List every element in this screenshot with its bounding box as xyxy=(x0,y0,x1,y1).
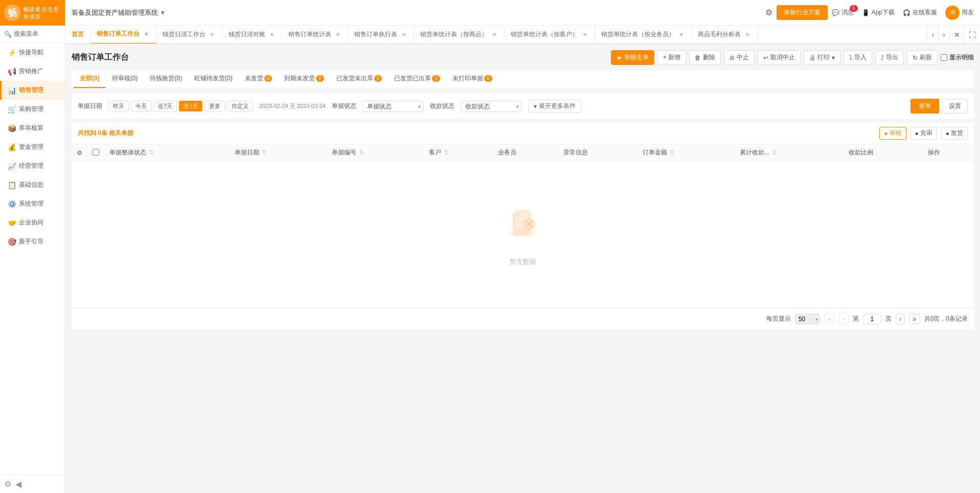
sidebar-item-quicknav[interactable]: ⚡ 快捷导航 xyxy=(0,43,65,62)
tab-close-profit[interactable]: ✕ xyxy=(744,31,751,38)
tab-profit-analysis[interactable]: 商品毛利分析表 ✕ xyxy=(692,26,758,44)
tab-sales-summary-product[interactable]: 销货单统计表（按商品） ✕ xyxy=(414,26,505,44)
tab-close-product[interactable]: ✕ xyxy=(491,31,498,38)
page-size-select[interactable]: 50 10 20 100 xyxy=(795,314,820,324)
suspend-button[interactable]: ⊘ 中止 xyxy=(724,50,755,65)
col-status[interactable]: 单据整体状态 ⇅ xyxy=(104,144,230,162)
app-download-item[interactable]: 📱 App下载 xyxy=(862,8,895,17)
sort-number-icon[interactable]: ⇅ xyxy=(359,149,364,156)
cancel-suspend-button[interactable]: ↩ 取消中止 xyxy=(758,50,801,65)
date-btn-custom[interactable]: 自定义 xyxy=(227,101,253,111)
sidebar-item-guide[interactable]: 🎯 新手引导 xyxy=(0,232,65,251)
col-number[interactable]: 单据编号 ⇅ xyxy=(327,144,424,162)
status-select[interactable]: 单据状态 xyxy=(362,101,424,112)
first-page-button[interactable]: « xyxy=(824,313,835,324)
print-button[interactable]: 🖨 打印 ▾ xyxy=(804,50,840,65)
sidebar-item-purchase[interactable]: 🛒 采购管理 xyxy=(0,100,65,119)
sidebar-item-operations[interactable]: 📈 经营管理 xyxy=(0,156,65,175)
query-button[interactable]: 查询 xyxy=(910,99,939,114)
tab-close-staff[interactable]: ✕ xyxy=(678,31,685,38)
col-customer[interactable]: 客户 ⇅ xyxy=(424,144,493,162)
prev-page-button[interactable]: ‹ xyxy=(839,313,848,324)
tab-sales-workbench[interactable]: 销售订单工作台 ✕ xyxy=(90,26,156,44)
tab-fullscreen[interactable]: ⛶ xyxy=(964,26,980,44)
tab-sales-stats[interactable]: 销售订单统计表 ✕ xyxy=(282,26,348,44)
subtab-wangpu[interactable]: 旺铺待发货(0) xyxy=(188,70,239,88)
message-item[interactable]: 💬 消息 6 xyxy=(832,8,854,17)
smart-create-button[interactable]: ★ 智能生单 xyxy=(611,50,654,65)
col-amount[interactable]: 订单金额 ⇅ xyxy=(637,144,735,162)
sidebar-item-cooperation[interactable]: 🤝 企业协同 xyxy=(0,213,65,232)
date-btn-more[interactable]: 更多 xyxy=(204,101,225,111)
tab-close-sales-workbench[interactable]: ✕ xyxy=(143,31,150,38)
date-btn-7days[interactable]: 近7天 xyxy=(153,101,177,111)
filter-settings-button[interactable]: 设置 xyxy=(942,99,968,114)
sort-amount-icon[interactable]: ⇅ xyxy=(670,149,675,156)
subtab-all[interactable]: 全部(0) xyxy=(74,70,106,88)
subtab-inspect[interactable]: 待拣验货(0) xyxy=(144,70,188,88)
show-detail-label[interactable]: 显示明细 xyxy=(941,53,974,62)
delete-button[interactable]: 🗑 删除 xyxy=(689,50,721,65)
sidebar-item-sales[interactable]: 📊 销售管理 xyxy=(0,81,65,100)
date-btn-today[interactable]: 今天 xyxy=(131,101,151,111)
add-button[interactable]: + 新增 xyxy=(657,50,686,65)
collapse-icon[interactable]: ◀ xyxy=(15,479,21,489)
topbar-settings-icon[interactable]: ⚙ xyxy=(765,8,772,17)
filter-expand-button[interactable]: ▾ 展开更多条件 xyxy=(528,100,581,113)
tab-close-all[interactable]: ✕ xyxy=(949,26,964,44)
tab-scroll-left[interactable]: ‹ xyxy=(927,26,939,44)
tab-sales-exec[interactable]: 销售订单执行表 ✕ xyxy=(348,26,414,44)
subtab-shipped-out[interactable]: 已发货已出库0 xyxy=(388,70,446,88)
app-title-dropdown[interactable]: ▾ xyxy=(161,9,165,16)
sort-customer-icon[interactable]: ⇅ xyxy=(444,149,449,156)
tab-sales-summary-staff[interactable]: 销货单统计表（按业务员） ✕ xyxy=(595,26,692,44)
select-all-checkbox[interactable] xyxy=(93,149,99,155)
col-settings[interactable]: ⚙ xyxy=(72,144,87,162)
last-page-button[interactable]: » xyxy=(909,313,920,324)
sort-collected-icon[interactable]: ⇅ xyxy=(772,149,777,156)
sidebar-item-marketing[interactable]: 📢 营销推广 xyxy=(0,62,65,81)
user-item[interactable]: 用 用友 xyxy=(945,6,974,20)
sidebar-item-system[interactable]: ⚙️ 系统管理 xyxy=(0,194,65,213)
sidebar-item-finance[interactable]: 💰 资金管理 xyxy=(0,138,65,156)
subtab-pending[interactable]: 待审核(0) xyxy=(106,70,144,88)
page-word-before: 第 xyxy=(853,315,859,323)
sidebar-search[interactable]: 🔍 搜索菜单 xyxy=(0,26,65,43)
show-detail-checkbox[interactable] xyxy=(941,54,947,61)
online-service-item[interactable]: 🎧 在线客服 xyxy=(903,8,937,17)
col-collected[interactable]: 累计收款... ⇅ xyxy=(735,144,844,162)
tab-cash-daily[interactable]: 钱货日清工作台 ✕ xyxy=(156,26,222,44)
tab-cash-reconcile[interactable]: 钱货日清对账 ✕ xyxy=(222,26,282,44)
import-button[interactable]: ⤵ 导入 xyxy=(844,50,872,65)
tab-close-cash-daily[interactable]: ✕ xyxy=(209,31,216,38)
refresh-button[interactable]: ↻ 刷新 xyxy=(907,50,938,65)
settings-bottom-icon[interactable]: ⚙ xyxy=(4,479,11,489)
unaudit-button[interactable]: ● 充审 xyxy=(910,127,937,140)
date-btn-yesterday[interactable]: 昨天 xyxy=(108,101,129,111)
tab-home[interactable]: 首页 xyxy=(65,26,90,44)
subtab-shipped-not-out[interactable]: 已发货未出库0 xyxy=(330,70,389,88)
tab-close-cash-reconcile[interactable]: ✕ xyxy=(268,31,276,38)
tab-close-sales-exec[interactable]: ✕ xyxy=(400,31,407,38)
subtab-expired[interactable]: 到期未发货0 xyxy=(278,70,330,88)
subtab-unshipped[interactable]: 未发货0 xyxy=(239,70,279,88)
subtab-unprinted[interactable]: 未打印单据0 xyxy=(446,70,498,88)
sort-status-icon[interactable]: ⇅ xyxy=(149,149,154,156)
col-date[interactable]: 单据日期 ⇅ xyxy=(230,144,327,162)
shipped-not-out-badge: 0 xyxy=(374,75,382,82)
tab-sales-summary-customer[interactable]: 销货单统计表（按客户） ✕ xyxy=(505,26,595,44)
next-page-button[interactable]: › xyxy=(896,313,905,324)
ship-button[interactable]: ● 发货 xyxy=(941,127,968,140)
sort-date-icon[interactable]: ⇅ xyxy=(262,149,267,156)
page-input[interactable] xyxy=(863,314,881,324)
sidebar-item-inventory[interactable]: 📦 库存核算 xyxy=(0,119,65,138)
solution-button[interactable]: 体验行业方案 xyxy=(777,5,828,20)
audit-button[interactable]: ● 审核 xyxy=(879,127,906,140)
date-btn-1month[interactable]: 近1月 xyxy=(179,101,202,111)
tab-close-sales-stats[interactable]: ✕ xyxy=(334,31,341,38)
sidebar-item-basicinfo[interactable]: 📋 基础信息 xyxy=(0,175,65,194)
export-button[interactable]: ⤴ 导出 xyxy=(875,50,904,65)
tab-close-customer[interactable]: ✕ xyxy=(581,31,588,38)
payment-select[interactable]: 收款状态 xyxy=(461,101,522,112)
tab-scroll-right[interactable]: › xyxy=(938,26,949,44)
